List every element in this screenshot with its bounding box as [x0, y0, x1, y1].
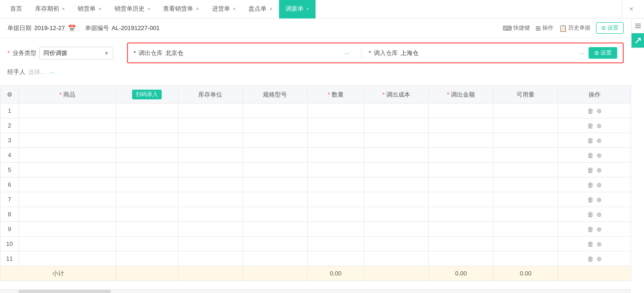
copy-icon[interactable]: ⊕ — [596, 240, 602, 248]
sidebar-list-icon[interactable] — [632, 18, 644, 33]
row-product[interactable] — [19, 237, 116, 251]
row-cost[interactable] — [364, 118, 429, 133]
delete-icon[interactable]: 🗑 — [587, 166, 594, 174]
row-unit[interactable] — [178, 251, 243, 266]
scroll-thumb[interactable] — [18, 290, 111, 293]
person-placeholder[interactable]: 选择... — [28, 68, 45, 76]
row-qty[interactable] — [307, 148, 364, 163]
shortcuts-button[interactable]: ⌨ 快捷键 — [503, 24, 530, 32]
th-settings[interactable]: ⚙ — [0, 86, 19, 104]
tab-inventory-count[interactable]: 盘点单 × — [242, 0, 279, 18]
row-spec[interactable] — [243, 207, 307, 222]
row-product[interactable] — [19, 251, 116, 266]
tab-close-purchase-order[interactable]: × — [233, 6, 236, 12]
row-spec[interactable] — [243, 222, 307, 237]
tab-close-transfer-order[interactable]: × — [306, 6, 309, 12]
row-product[interactable] — [19, 104, 116, 118]
copy-icon[interactable]: ⊕ — [596, 196, 602, 203]
row-product[interactable] — [19, 207, 116, 222]
row-cost[interactable] — [364, 104, 429, 118]
row-product[interactable] — [19, 177, 116, 192]
setting-button[interactable]: ⚙ 设置 — [596, 22, 624, 34]
in-warehouse-more-icon[interactable]: ··· — [579, 49, 585, 57]
copy-icon[interactable]: ⊕ — [596, 211, 602, 218]
scroll-area[interactable] — [0, 289, 631, 293]
row-amount[interactable] — [429, 192, 493, 207]
row-spec[interactable] — [243, 148, 307, 163]
delete-icon[interactable]: 🗑 — [587, 152, 594, 159]
row-unit[interactable] — [178, 163, 243, 177]
business-type-select[interactable]: 同价调拨 ▼ — [39, 47, 113, 60]
row-qty[interactable] — [307, 104, 364, 118]
out-warehouse-more-icon[interactable]: ··· — [344, 49, 350, 57]
row-product[interactable] — [19, 192, 116, 207]
row-amount[interactable] — [429, 148, 493, 163]
row-amount[interactable] — [429, 237, 493, 251]
row-cost[interactable] — [364, 177, 429, 192]
row-amount[interactable] — [429, 207, 493, 222]
table-gear-icon[interactable]: ⚙ — [7, 91, 12, 98]
tab-purchase-order[interactable]: 进货单 × — [206, 0, 242, 18]
row-cost[interactable] — [364, 251, 429, 266]
row-qty[interactable] — [307, 192, 364, 207]
row-qty[interactable] — [307, 133, 364, 148]
row-amount[interactable] — [429, 104, 493, 118]
tab-close-view-sales[interactable]: × — [196, 6, 199, 12]
row-amount[interactable] — [429, 177, 493, 192]
row-product[interactable] — [19, 148, 116, 163]
row-cost[interactable] — [364, 207, 429, 222]
row-amount[interactable] — [429, 251, 493, 266]
copy-icon[interactable]: ⊕ — [596, 152, 602, 159]
delete-icon[interactable]: 🗑 — [587, 211, 594, 218]
delete-icon[interactable]: 🗑 — [587, 240, 594, 248]
delete-icon[interactable]: 🗑 — [587, 107, 594, 115]
row-unit[interactable] — [178, 118, 243, 133]
tab-view-sales[interactable]: 查看销货单 × — [157, 0, 205, 18]
row-amount[interactable] — [429, 118, 493, 133]
row-amount[interactable] — [429, 163, 493, 177]
row-qty[interactable] — [307, 177, 364, 192]
sidebar-export-icon[interactable] — [632, 33, 644, 48]
copy-icon[interactable]: ⊕ — [596, 137, 602, 144]
row-spec[interactable] — [243, 192, 307, 207]
delete-icon[interactable]: 🗑 — [587, 226, 594, 233]
row-cost[interactable] — [364, 237, 429, 251]
row-unit[interactable] — [178, 148, 243, 163]
operations-button[interactable]: ⊞ 操作 — [535, 24, 553, 32]
tab-inventory-init[interactable]: 库存期初 × — [29, 0, 71, 18]
row-amount[interactable] — [429, 133, 493, 148]
tab-close-sales-history[interactable]: × — [147, 6, 150, 12]
tab-sales-order[interactable]: 销货单 × — [71, 0, 108, 18]
row-qty[interactable] — [307, 251, 364, 266]
copy-icon[interactable]: ⊕ — [596, 107, 602, 115]
row-spec[interactable] — [243, 133, 307, 148]
row-unit[interactable] — [178, 237, 243, 251]
row-cost[interactable] — [364, 222, 429, 237]
row-qty[interactable] — [307, 207, 364, 222]
row-unit[interactable] — [178, 207, 243, 222]
copy-icon[interactable]: ⊕ — [596, 181, 602, 189]
row-product[interactable] — [19, 222, 116, 237]
row-cost[interactable] — [364, 192, 429, 207]
tab-close-sales-order[interactable]: × — [98, 6, 101, 12]
row-amount[interactable] — [429, 222, 493, 237]
tab-transfer-order[interactable]: 调拨单 × — [279, 0, 316, 18]
delete-icon[interactable]: 🗑 — [587, 255, 594, 262]
row-spec[interactable] — [243, 251, 307, 266]
tab-home[interactable]: 首页 — [4, 0, 29, 18]
copy-icon[interactable]: ⊕ — [596, 166, 602, 174]
tab-close-inventory-init[interactable]: × — [62, 6, 65, 12]
history-button[interactable]: 📋 历史单据 — [559, 24, 590, 32]
row-product[interactable] — [19, 163, 116, 177]
row-unit[interactable] — [178, 133, 243, 148]
person-more-icon[interactable]: ··· — [50, 69, 55, 76]
calendar-icon[interactable]: 📅 — [68, 24, 76, 32]
row-unit[interactable] — [178, 104, 243, 118]
copy-icon[interactable]: ⊕ — [596, 226, 602, 233]
row-spec[interactable] — [243, 118, 307, 133]
copy-icon[interactable]: ⊕ — [596, 255, 602, 262]
row-cost[interactable] — [364, 133, 429, 148]
row-spec[interactable] — [243, 237, 307, 251]
delete-icon[interactable]: 🗑 — [587, 181, 594, 189]
copy-icon[interactable]: ⊕ — [596, 122, 602, 129]
